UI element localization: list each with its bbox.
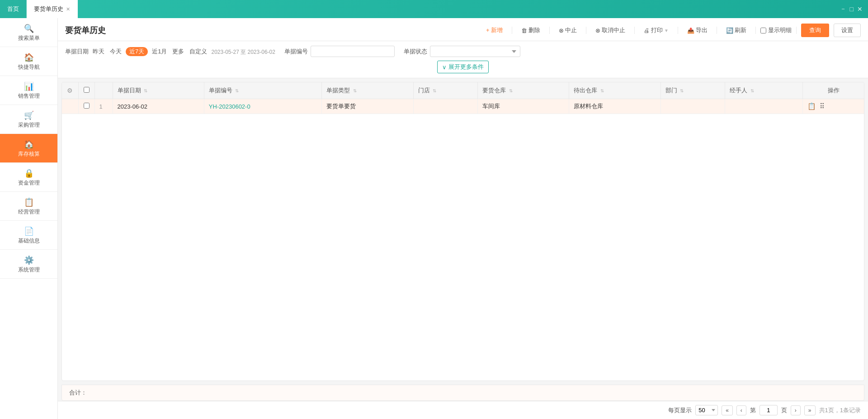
- col-doc-type: 单据类型 ⇅: [322, 82, 413, 99]
- date-custom[interactable]: 自定义: [188, 47, 208, 56]
- sidebar-item-finance-label: 资金管理: [18, 179, 40, 187]
- toolbar-divider-1: [512, 27, 512, 34]
- settings-button[interactable]: 设置: [834, 24, 861, 37]
- date-more[interactable]: 更多: [171, 47, 185, 56]
- col-handler-label: 经手人: [730, 87, 747, 94]
- stop-label: 中止: [565, 26, 577, 34]
- col-doc-date-sort-icon[interactable]: ⇅: [144, 88, 147, 93]
- sidebar-item-search-menu[interactable]: 🔍 搜索菜单: [0, 18, 57, 47]
- query-button[interactable]: 查询: [801, 24, 829, 37]
- col-settings: ⚙: [62, 82, 78, 99]
- col-doc-date-label: 单据日期: [118, 87, 141, 94]
- col-doc-number-sort-icon[interactable]: ⇅: [235, 88, 239, 93]
- sidebar-item-finance[interactable]: 🔒 资金管理: [0, 163, 57, 192]
- pagination: 每页显示 50 20 100 « ‹ 第 页 › » 共1页，1条记录: [58, 401, 868, 419]
- sidebar-item-quick-nav[interactable]: 🏠 快捷导航: [0, 47, 57, 76]
- sidebar-item-operations[interactable]: 📋 经营管理: [0, 192, 57, 221]
- col-actions-label: 操作: [828, 87, 840, 94]
- table-area: ⚙ 单据日期 ⇅ 单据编号 ⇅: [61, 82, 864, 381]
- next-page-button[interactable]: ›: [791, 405, 801, 415]
- sidebar-item-sales-label: 销售管理: [18, 92, 40, 100]
- select-all-checkbox[interactable]: [84, 87, 90, 93]
- window-close-icon[interactable]: ✕: [857, 5, 863, 13]
- col-settings-icon[interactable]: ⚙: [67, 87, 73, 94]
- filter-doc-status-item: 单据状态: [404, 46, 520, 57]
- per-page-select[interactable]: 50 20 100: [695, 405, 718, 415]
- print-icon: 🖨: [644, 27, 650, 34]
- col-doc-number-label: 单据编号: [209, 87, 232, 94]
- refresh-label: 刷新: [735, 26, 746, 34]
- print-button[interactable]: 🖨 打印 ▼: [639, 24, 673, 36]
- date-filter-label: 单据日期: [65, 48, 89, 56]
- col-department-sort-icon[interactable]: ⇅: [680, 88, 684, 93]
- cancel-stop-button[interactable]: ⊗ 取消中止: [591, 24, 630, 36]
- table-header: ⚙ 单据日期 ⇅ 单据编号 ⇅: [62, 82, 864, 99]
- doc-number-input[interactable]: [311, 46, 395, 57]
- sidebar-item-sales[interactable]: 📊 销售管理: [0, 76, 57, 105]
- cancel-stop-icon: ⊗: [595, 27, 600, 34]
- more-icon[interactable]: ⠿: [820, 102, 825, 110]
- col-req-warehouse-sort-icon[interactable]: ⇅: [509, 88, 513, 93]
- doc-number-link[interactable]: YH-20230602-0: [209, 103, 250, 110]
- cell-checkbox: [78, 99, 94, 114]
- tab-requisition-history[interactable]: 要货单历史 ✕: [27, 0, 78, 18]
- expand-filter-button[interactable]: ∨ 展开更多条件: [437, 61, 489, 73]
- doc-status-select[interactable]: [430, 46, 520, 57]
- export-label: 导出: [696, 26, 708, 34]
- minimize-icon[interactable]: －: [840, 5, 846, 13]
- main-layout: 🔍 搜索菜单 🏠 快捷导航 📊 销售管理 🛒 采购管理 🏠 库存核算 🔒 资金管…: [0, 18, 868, 419]
- filter-bar: 单据日期 昨天 今天 近7天 近1月 更多 自定义 2023-05-27 至 2…: [58, 41, 868, 78]
- col-handler-sort-icon[interactable]: ⇅: [750, 88, 754, 93]
- purchase-icon: 🛒: [24, 111, 34, 119]
- inventory-icon: 🏠: [24, 140, 34, 148]
- chevron-down-icon: ∨: [442, 64, 447, 71]
- stop-button[interactable]: ⊗ 中止: [554, 24, 581, 36]
- top-bar-right: － □ ✕: [840, 5, 863, 13]
- sidebar-item-purchase[interactable]: 🛒 采购管理: [0, 105, 57, 134]
- print-label: 打印: [651, 26, 663, 34]
- delete-button[interactable]: 🗑 删除: [517, 24, 545, 36]
- col-handler: 经手人 ⇅: [725, 82, 803, 99]
- edit-icon[interactable]: 📋: [807, 102, 816, 110]
- export-button[interactable]: 📤 导出: [683, 24, 712, 36]
- sidebar-item-inventory[interactable]: 🏠 库存核算: [0, 134, 57, 163]
- cell-pending-warehouse: 原材料仓库: [569, 99, 660, 114]
- col-department-label: 部门: [665, 87, 677, 94]
- tab-close-icon[interactable]: ✕: [66, 6, 70, 12]
- col-req-warehouse-label: 要货仓库: [482, 87, 506, 94]
- add-button[interactable]: + 新增: [481, 24, 507, 36]
- sidebar-item-system-label: 系统管理: [18, 266, 40, 274]
- date-today[interactable]: 今天: [108, 47, 123, 56]
- tab-home[interactable]: 首页: [0, 0, 27, 18]
- page-input[interactable]: [760, 405, 778, 415]
- tab-home-label: 首页: [7, 5, 19, 13]
- col-doc-type-sort-icon[interactable]: ⇅: [353, 88, 357, 93]
- col-row-num: [94, 82, 113, 99]
- row-number: 1: [99, 103, 103, 110]
- sidebar-item-basic-info[interactable]: 📄 基础信息: [0, 221, 57, 250]
- prev-page-button[interactable]: ‹: [736, 405, 746, 415]
- col-store-sort-icon[interactable]: ⇅: [433, 88, 436, 93]
- date-last1month[interactable]: 近1月: [151, 47, 168, 56]
- print-dropdown-icon: ▼: [664, 28, 669, 33]
- toolbar-divider-8: [796, 27, 797, 34]
- operations-icon: 📋: [24, 198, 34, 206]
- sidebar-item-system[interactable]: ⚙️ 系统管理: [0, 250, 57, 279]
- display-detail-toggle[interactable]: 显示明细: [760, 26, 792, 34]
- cell-row-num: 1: [94, 99, 113, 114]
- doc-type-value: 要货单要货: [326, 103, 356, 110]
- summary-label: 合计：: [69, 389, 87, 397]
- date-last7days[interactable]: 近7天: [126, 47, 148, 56]
- cell-actions: 📋 ⠿: [803, 99, 864, 114]
- table-row: 1 2023-06-02 YH-20230602-0 要货单要货: [62, 99, 864, 114]
- date-yesterday[interactable]: 昨天: [91, 47, 106, 56]
- last-page-button[interactable]: »: [804, 405, 816, 415]
- display-detail-checkbox[interactable]: [760, 28, 766, 33]
- filter-doc-number-item: 单据编号: [284, 46, 395, 57]
- refresh-button[interactable]: 🔄 刷新: [722, 24, 751, 36]
- col-pending-warehouse-sort-icon[interactable]: ⇅: [600, 88, 604, 93]
- row-checkbox[interactable]: [84, 103, 90, 109]
- maximize-icon[interactable]: □: [850, 5, 854, 13]
- first-page-button[interactable]: «: [722, 405, 733, 415]
- finance-icon: 🔒: [24, 169, 34, 177]
